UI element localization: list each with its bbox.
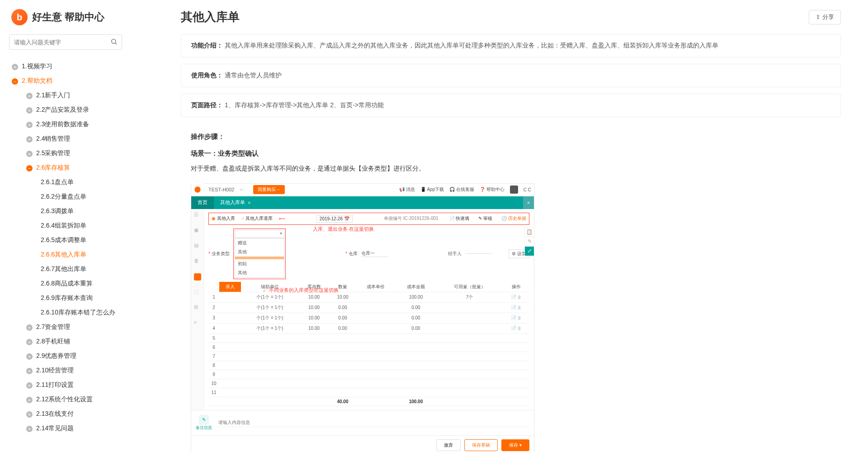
table-row: 9: [208, 370, 529, 379]
rail-icon-active: [194, 273, 201, 281]
shot-handler-val: [465, 253, 492, 254]
nav-item-2-6-5[interactable]: 2.6.5成本调整单: [9, 233, 136, 247]
strip-icon-active: ⤢: [524, 246, 534, 256]
share-label: 分享: [822, 14, 834, 20]
expand-icon: +: [26, 136, 33, 143]
search-wrap: [9, 34, 136, 50]
search-icon[interactable]: [110, 38, 118, 47]
nav-item-2-6-2[interactable]: 2.6.2分量盘点单: [9, 189, 136, 204]
shot-quick: 快速填: [456, 216, 469, 221]
nav-item-2-6-6[interactable]: 2.6.6其他入库单: [9, 247, 136, 262]
role-label: 使用角色：: [191, 71, 223, 79]
shot-buy-button: 我要购买→: [253, 185, 285, 194]
shot-handler-label: 经手人: [448, 251, 462, 257]
arrow-icon: ⟵: [279, 216, 285, 221]
table-row: 4个(1个 = 1个)10.000.000.00📄 🗑: [208, 323, 529, 333]
nav-item-2-13[interactable]: +2.13在线支付: [9, 406, 136, 421]
nav-item-2-4[interactable]: +2.4销售管理: [9, 131, 136, 146]
nav-tree: +1.视频学习 −2.帮助文档 +2.1新手入门 +2.2产品安装及登录 +2.…: [9, 59, 136, 435]
shot-review: 审核: [483, 216, 492, 221]
table-row: 6: [208, 343, 529, 352]
th-avail: 可用量（批量）: [436, 282, 503, 292]
chevron-down-icon: [239, 187, 244, 192]
nav-item-2-6-9[interactable]: 2.6.9库存账本查询: [9, 290, 136, 305]
intro-label: 功能介绍：: [191, 42, 223, 49]
expand-icon: +: [26, 122, 33, 128]
svg-line-1: [115, 43, 117, 44]
th-price: 成本单价: [356, 282, 396, 292]
table-row: 1个(1个 = 1个)10.0010.00100.007个📄 🗑: [208, 292, 529, 302]
nav-item-2-7[interactable]: +2.7资金管理: [9, 319, 136, 334]
screenshot-1: TEST-H002 我要购买→ 📢 消息 📱 App下载 🎧 在线客服 ❓ 帮助…: [191, 183, 534, 452]
nav-item-helpdoc[interactable]: −2.帮助文档: [9, 73, 136, 88]
brand-logo-icon: b: [11, 9, 28, 25]
expand-icon: +: [26, 426, 33, 432]
nav-item-video[interactable]: +1.视频学习: [9, 59, 136, 73]
nav-item-2-14[interactable]: +2.14常见问题: [9, 421, 136, 435]
rail-icon: ⬚: [194, 289, 201, 296]
shot-link-cs: 🎧 在线客服: [449, 186, 474, 193]
strip-icon: 📋: [524, 227, 534, 237]
nav-item-2-3[interactable]: +2.3使用前数据准备: [9, 117, 136, 131]
intro-box: 功能介绍：其他入库单用来处理除采购入库、产成品入库之外的其他入库业务，因此其他入…: [181, 34, 841, 57]
nav-item-2-6-7[interactable]: 2.6.7其他出库单: [9, 262, 136, 276]
shot-dd-opt: 初始: [235, 259, 284, 268]
steps-title: 操作步骤：: [191, 133, 831, 141]
shot-table: 录入辅助单位库存数数量成本单价成本金额可用量（批量）操作 1个(1个 = 1个)…: [208, 282, 529, 406]
site-title: 好生意 帮助中心: [32, 10, 104, 24]
nav-item-2-6-3[interactable]: 2.6.3调拨单: [9, 204, 136, 218]
nav-item-2-5[interactable]: +2.5采购管理: [9, 146, 136, 160]
table-row: 5: [208, 333, 529, 343]
shot-radio-return: 其他入库退库: [241, 215, 273, 222]
share-button[interactable]: ⇪ 分享: [809, 10, 841, 24]
shot-topbar: TEST-H002 我要购买→ 📢 消息 📱 App下载 🎧 在线客服 ❓ 帮助…: [191, 184, 534, 196]
shot-link-app: 📱 App下载: [420, 186, 444, 193]
shot-biz-label: 业务类型: [208, 251, 230, 257]
expand-icon: +: [26, 324, 33, 331]
shot-radio-in: 其他入库: [212, 215, 235, 222]
expand-icon: +: [26, 339, 33, 345]
th-amt: 成本金额: [396, 282, 436, 292]
shot-user: C C: [524, 187, 531, 192]
close-icon: ×: [248, 200, 250, 205]
scene1-title: 场景一：业务类型确认: [191, 149, 831, 158]
expand-icon: +: [26, 411, 33, 418]
remark-icon: ✎: [199, 415, 209, 425]
expand-icon: +: [26, 151, 33, 157]
shot-right-strip: 📋 ✎ ⤢: [524, 227, 534, 256]
nav-item-2-6-10[interactable]: 2.6.10库存账本错了怎么办: [9, 305, 136, 319]
shot-remark-input: [217, 418, 529, 427]
shot-left-rail: ☰ ▣ ▤ 🗑 ⬚ ⊞ ≡: [191, 209, 204, 410]
shot-discard-button: 放弃: [436, 439, 461, 451]
nav-item-2-6-4[interactable]: 2.6.4组装拆卸单: [9, 218, 136, 233]
table-totals: 40.00100.00: [208, 397, 529, 406]
close-all-icon: ×: [523, 196, 534, 209]
page-title: 其他入库单: [181, 9, 240, 25]
nav-item-2-2[interactable]: +2.2产品安装及登录: [9, 102, 136, 117]
svg-point-0: [112, 39, 116, 43]
search-input[interactable]: [9, 34, 122, 50]
nav-item-2-6[interactable]: −2.6库存核算: [9, 160, 136, 175]
nav-item-2-9[interactable]: +2.9优惠券管理: [9, 348, 136, 363]
main-content: 其他入库单 ⇪ 分享 功能介绍：其他入库单用来处理除采购入库、产成品入库之外的其…: [136, 0, 868, 452]
nav-item-2-6-1[interactable]: 2.6.1盘点单: [9, 175, 136, 189]
nav-item-2-11[interactable]: +2.11打印设置: [9, 377, 136, 392]
expand-icon: +: [26, 107, 33, 114]
nav-item-2-10[interactable]: +2.10经营管理: [9, 363, 136, 377]
expand-icon: +: [26, 93, 33, 99]
article-body: 操作步骤： 场景一：业务类型确认 对于受赠、盘盈或是拆装入库等不同的业务，是通过…: [181, 124, 841, 452]
shot-link-msg: 📢 消息: [399, 186, 415, 193]
shot-dd-opt: 其他: [235, 268, 284, 277]
intro-text: 其他入库单用来处理除采购入库、产成品入库之外的其他入库业务，因此其他入库单可处理…: [225, 42, 718, 49]
shot-date: 2019-12-26 📅: [316, 215, 353, 223]
th-ops: 操作: [503, 282, 529, 292]
expand-icon: +: [12, 64, 18, 70]
shot-brand-icon: [191, 183, 204, 196]
nav-item-2-12[interactable]: +2.12系统个性化设置: [9, 392, 136, 406]
role-text: 通常由仓管人员维护: [225, 71, 282, 79]
shot-wh-label: 仓库: [345, 251, 358, 257]
logo-row: b 好生意 帮助中心: [9, 9, 136, 25]
nav-item-2-6-8[interactable]: 2.6.8商品成本重算: [9, 276, 136, 290]
nav-item-2-8[interactable]: +2.8手机旺铺: [9, 334, 136, 348]
nav-item-2-1[interactable]: +2.1新手入门: [9, 88, 136, 102]
